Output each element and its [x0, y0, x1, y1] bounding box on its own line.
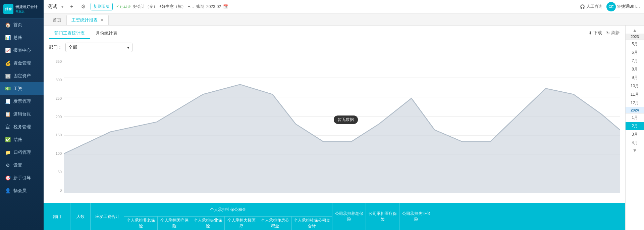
chart-container: 350 300 250 200 150 100 50 0 暂无数据 [49, 59, 620, 203]
sidebar-label-13: 畅会员 [13, 188, 26, 194]
th-company-medical: 公司承担医疗保险 [366, 203, 399, 230]
calendar-up-button[interactable]: ▲ [626, 27, 644, 34]
sub-tab-monthly[interactable]: 月份统计表 [90, 28, 123, 39]
th-personal-medical: 个人承担医疗保险 [158, 217, 191, 230]
status-verified: ✓ 已认证 [116, 4, 131, 9]
th-group-personal-subs: 个人承担养老保险 个人承担医疗保险 个人承担失业保险 个人承担大额医疗 个人承担… [124, 217, 332, 230]
th-personal-housing: 个人承担住房公积金 [258, 217, 292, 230]
sidebar-label-6: 发票管理 [13, 98, 31, 104]
sidebar-item-发票管理[interactable]: 🧾 发票管理 [0, 95, 44, 108]
sidebar-item-首页[interactable]: 🏠 首页 [0, 18, 44, 31]
calendar-month-11[interactable]: 11月 [626, 90, 644, 99]
sidebar-nav: 🏠 首页 📊 总账 📈 报表中心 💰 资金管理 🏢 固定资产 💵 工资 🧾 发票… [0, 18, 44, 230]
user-name: 轻捷通B组… [617, 4, 640, 9]
topbar-dropdown-arrow[interactable]: ▼ [60, 4, 64, 9]
calendar-month-1[interactable]: 1月 [626, 113, 644, 122]
calendar-month-9[interactable]: 9月 [626, 74, 644, 82]
sidebar-item-新手引导[interactable]: 🎯 新手引导 [0, 172, 44, 184]
calendar-month-4[interactable]: 4月 [626, 139, 644, 147]
tab-home[interactable]: 首页 [48, 15, 66, 25]
chevron-down-icon: ▾ [127, 45, 129, 50]
th-group-personal: 个人承担社保公积金 个人承担养老保险 个人承担医疗保险 个人承担失业保险 个人承… [124, 203, 332, 230]
sidebar-item-畅会员[interactable]: 👤 畅会员 [0, 184, 44, 197]
sidebar-item-归档管理[interactable]: 📁 归档管理 [0, 146, 44, 159]
topbar-project: 测试 [48, 4, 57, 10]
y-label-250: 250 [49, 96, 64, 100]
sidebar-item-工资[interactable]: 💵 工资 [0, 82, 44, 95]
calendar-icon[interactable]: 📅 [223, 4, 228, 9]
download-button[interactable]: ⬇ 下载 [588, 30, 602, 36]
status-more: +… [188, 4, 194, 9]
sidebar-icon-4: 🏢 [5, 73, 11, 79]
sidebar-item-固定资产[interactable]: 🏢 固定资产 [0, 70, 44, 82]
status-business: +好生意（标） [159, 4, 186, 9]
sidebar-icon-12: 🎯 [5, 175, 11, 181]
sidebar-icon-2: 📈 [5, 47, 11, 53]
period-value: 2023-02 [206, 4, 221, 9]
avatar-initials: CE [608, 5, 613, 9]
main-area: 测试 ▼ + ⚙ 切到旧版 ✓ 已认证 好会计（专） +好生意（标） +… 账期… [44, 0, 644, 230]
sidebar: 好会 畅捷通好会计 专业版 🏠 首页 📊 总账 📈 报表中心 💰 资金管理 🏢 … [0, 0, 44, 230]
calendar-month-2-active[interactable]: 2月 [626, 122, 644, 130]
content-area: 部门工资统计表 月份统计表 ⬇ 下载 ↻ 刷新 [44, 26, 644, 230]
sidebar-item-结账[interactable]: ✅ 结账 [0, 133, 44, 146]
th-headcount: 人数 [70, 203, 91, 230]
sidebar-item-设置[interactable]: ⚙ 设置 [0, 159, 44, 172]
user-menu[interactable]: CE 轻捷通B组… [606, 2, 640, 11]
calendar-down-button[interactable]: ▼ [626, 147, 644, 154]
calendar-month-7[interactable]: 7月 [626, 57, 644, 65]
sidebar-icon-13: 👤 [5, 188, 11, 194]
sub-tab-actions: ⬇ 下载 ↻ 刷新 [588, 30, 620, 37]
filter-bar: 部门： 全部 ▾ [44, 39, 625, 55]
content-main: 部门工资统计表 月份统计表 ⬇ 下载 ↻ 刷新 [44, 26, 625, 230]
department-value: 全部 [68, 44, 77, 50]
tab-close-button[interactable]: ✕ [100, 18, 104, 22]
sidebar-item-进销台账[interactable]: 📋 进销台账 [0, 108, 44, 121]
sidebar-icon-6: 🧾 [5, 98, 11, 104]
y-label-300: 300 [49, 78, 64, 82]
calendar-panel: ▲ 2023 5月 6月 7月 8月 9月 10月 11月 12月 2024 1… [625, 26, 644, 230]
logo-icon: 好会 [3, 4, 13, 14]
sub-tab-department[interactable]: 部门工资统计表 [49, 28, 90, 39]
service-label: 人工咨询 [586, 4, 602, 9]
bottom-table: 部门 人数 应发工资合计 个人承担社保公积金 [44, 203, 625, 230]
th-personal-unemploy: 个人承担失业保险 [191, 217, 225, 230]
calendar-month-6[interactable]: 6月 [626, 48, 644, 57]
sidebar-item-报表中心[interactable]: 📈 报表中心 [0, 44, 44, 57]
download-icon: ⬇ [588, 31, 592, 36]
y-label-50: 50 [49, 170, 64, 174]
calendar-month-8[interactable]: 8月 [626, 65, 644, 74]
logo-text-line2: 专业版 [15, 9, 38, 14]
download-label: 下载 [593, 30, 602, 36]
calendar-month-5[interactable]: 5月 [626, 40, 644, 48]
calendar-month-12[interactable]: 12月 [626, 99, 644, 107]
topbar-add-button[interactable]: + [68, 3, 76, 11]
refresh-button[interactable]: ↻ 刷新 [606, 30, 620, 36]
sidebar-item-税务管理[interactable]: 🏛 税务管理 [0, 121, 44, 133]
th-group-personal-title: 个人承担社保公积金 [124, 203, 332, 217]
service-button[interactable]: 🎧 人工咨询 [580, 4, 602, 9]
tab-salary-report[interactable]: 工资统计报表 ✕ [66, 15, 109, 25]
sidebar-icon-5: 💵 [5, 86, 11, 92]
calendar-month-3[interactable]: 3月 [626, 130, 644, 139]
sidebar-label-2: 报表中心 [13, 47, 31, 53]
topbar-switch-button[interactable]: 切到旧版 [91, 3, 113, 10]
department-label: 部门： [49, 44, 62, 50]
topbar-status-area: ✓ 已认证 好会计（专） +好生意（标） +… 账期 2023-02 📅 [116, 4, 228, 9]
refresh-icon: ↻ [606, 31, 610, 36]
department-select[interactable]: 全部 ▾ [65, 43, 132, 52]
sidebar-label-1: 总账 [13, 35, 22, 41]
th-salary-total: 应发工资合计 [91, 203, 124, 230]
sidebar-icon-0: 🏠 [5, 22, 11, 28]
sidebar-label-10: 归档管理 [13, 149, 31, 155]
sidebar-item-资金管理[interactable]: 💰 资金管理 [0, 57, 44, 70]
sidebar-item-总账[interactable]: 📊 总账 [0, 31, 44, 44]
avatar: CE [606, 2, 616, 11]
topbar-right: 🎧 人工咨询 CE 轻捷通B组… [580, 2, 640, 11]
th-personal-total: 个人承担社保公积金合计 [292, 217, 332, 230]
topbar-settings-button[interactable]: ⚙ [79, 3, 87, 11]
calendar-month-10[interactable]: 10月 [626, 82, 644, 90]
logo-text-line1: 畅捷通好会计 [15, 4, 38, 9]
y-label-150: 150 [49, 133, 64, 137]
table-header-row: 部门 人数 应发工资合计 个人承担社保公积金 [44, 203, 625, 230]
